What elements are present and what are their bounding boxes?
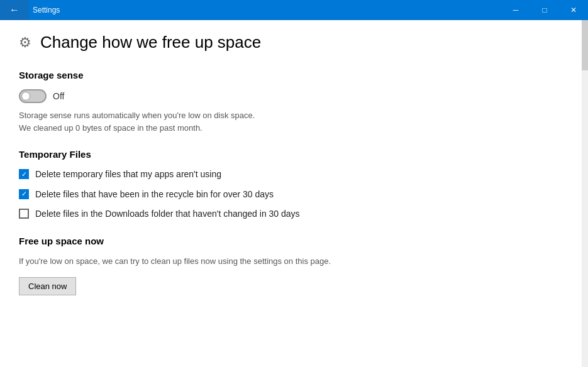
checkbox-row-3: Delete files in the Downloads folder tha… <box>19 208 569 221</box>
toggle-thumb <box>21 92 30 101</box>
checkbox-row-2: ✓ Delete files that have been in the rec… <box>19 189 569 201</box>
checkbox-2[interactable]: ✓ <box>19 189 29 199</box>
gear-icon: ⚙ <box>19 35 31 51</box>
checkbox-label-3: Delete files in the Downloads folder tha… <box>35 208 300 221</box>
checkbox-label-2: Delete files that have been in the recyc… <box>35 189 274 201</box>
page-title: Change how we free up space <box>40 33 261 52</box>
storage-sense-toggle[interactable] <box>19 89 47 103</box>
free-up-space-section: Free up space now If you're low on space… <box>19 236 569 296</box>
toggle-state-label: Off <box>53 91 64 101</box>
title-bar: ← Settings ─ □ ✕ <box>0 0 588 20</box>
window-controls: ─ □ ✕ <box>501 0 588 20</box>
minimize-icon: ─ <box>513 6 519 14</box>
storage-sense-description: Storage sense runs automatically when yo… <box>19 109 569 134</box>
checkbox-3[interactable] <box>19 209 29 219</box>
temporary-files-title: Temporary Files <box>19 149 569 160</box>
window-title: Settings <box>29 6 501 14</box>
checkbox-label-1: Delete temporary files that my apps aren… <box>35 168 221 181</box>
back-button[interactable]: ← <box>0 0 29 20</box>
clean-now-button[interactable]: Clean now <box>19 277 76 295</box>
checkbox-1[interactable]: ✓ <box>19 169 29 179</box>
temporary-files-section: Temporary Files ✓ Delete temporary files… <box>19 149 569 221</box>
scrollbar-thumb[interactable] <box>582 20 588 70</box>
maximize-button[interactable]: □ <box>530 0 559 20</box>
close-icon: ✕ <box>570 6 577 14</box>
storage-sense-section: Storage sense Off Storage sense runs aut… <box>19 70 569 134</box>
scrollbar[interactable] <box>582 20 588 367</box>
back-icon: ← <box>9 4 19 16</box>
page-header: ⚙ Change how we free up space <box>19 33 569 52</box>
checkbox-check-2: ✓ <box>21 190 27 197</box>
main-content: ⚙ Change how we free up space Storage se… <box>0 20 588 367</box>
free-up-space-title: Free up space now <box>19 236 569 246</box>
checkbox-check-1: ✓ <box>21 171 27 178</box>
checkbox-row-1: ✓ Delete temporary files that my apps ar… <box>19 168 569 181</box>
free-up-space-description: If you're low on space, we can try to cl… <box>19 255 569 268</box>
close-button[interactable]: ✕ <box>559 0 588 20</box>
storage-sense-toggle-row: Off <box>19 89 569 103</box>
maximize-icon: □ <box>542 6 546 14</box>
storage-sense-title: Storage sense <box>19 70 569 80</box>
minimize-button[interactable]: ─ <box>501 0 530 20</box>
storage-sense-description-text: Storage sense runs automatically when yo… <box>19 111 255 133</box>
